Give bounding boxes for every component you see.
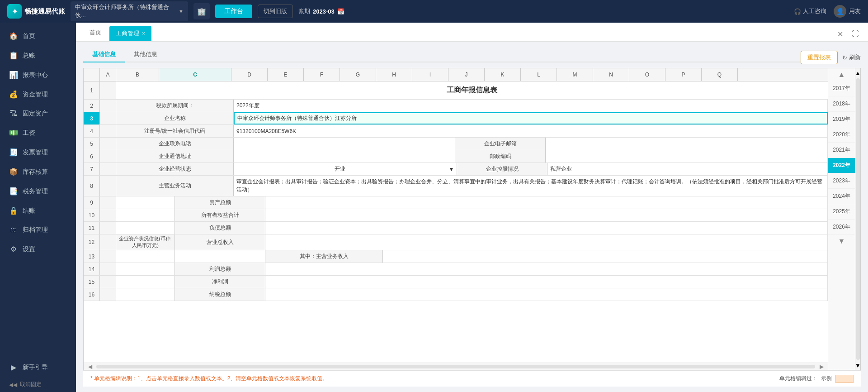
cell-4-a[interactable] bbox=[100, 125, 116, 137]
sidebar-item-close[interactable]: 🔒 结账 bbox=[0, 201, 76, 220]
cell-12-a[interactable] bbox=[100, 234, 116, 250]
cell-12-value[interactable] bbox=[265, 234, 828, 250]
cell-2-value[interactable]: 2022年度 bbox=[234, 100, 828, 112]
sidebar-item-newuser[interactable]: ▶ 新手引导 bbox=[0, 358, 76, 377]
user-menu[interactable]: 👤 用友 bbox=[834, 5, 861, 18]
cell-14-a[interactable] bbox=[100, 263, 116, 275]
sidebar-item-invoice[interactable]: 🧾 发票管理 bbox=[0, 143, 76, 162]
cell-16-a[interactable] bbox=[100, 288, 116, 301]
tab-active[interactable]: 工商管理 × bbox=[109, 26, 151, 41]
cell-11-value[interactable] bbox=[265, 222, 828, 234]
cell-8-a[interactable] bbox=[100, 176, 116, 196]
sub-tab-basic[interactable]: 基础信息 bbox=[83, 47, 125, 62]
year-down-btn[interactable]: ▼ bbox=[835, 235, 849, 248]
sidebar-item-ledger[interactable]: 📋 总账 bbox=[0, 46, 76, 65]
v-scroll-down-btn[interactable]: ▼ bbox=[856, 361, 860, 370]
cell-6-addr[interactable] bbox=[234, 150, 455, 163]
cell-1-title[interactable]: 工商年报信息表 bbox=[116, 81, 828, 99]
v-scrollbar[interactable]: ▲ ▼ bbox=[855, 68, 860, 370]
cell-7-status[interactable]: 开业 bbox=[234, 163, 446, 175]
sidebar-label-newuser: 新手引导 bbox=[23, 363, 48, 372]
workbench-button[interactable]: 工作台 bbox=[215, 5, 252, 18]
calendar-icon[interactable]: 📅 bbox=[337, 8, 344, 15]
cell-10-a[interactable] bbox=[100, 209, 116, 221]
v-scroll-track[interactable] bbox=[856, 78, 860, 360]
cell-3-value[interactable]: 中审众环会计师事务所（特殊普通合伙）江苏分所 bbox=[234, 112, 828, 124]
cell-2-a[interactable] bbox=[100, 100, 116, 112]
cell-4-value[interactable]: 91320100MA208E5W6K bbox=[234, 125, 828, 137]
cell-5-a[interactable] bbox=[100, 138, 116, 150]
cell-6-zip[interactable] bbox=[546, 150, 828, 163]
window-expand-icon[interactable]: ⛶ bbox=[850, 29, 861, 39]
cell-11-a[interactable] bbox=[100, 222, 116, 234]
sidebar-item-inventory[interactable]: 📦 库存核算 bbox=[0, 162, 76, 182]
cell-14-value[interactable] bbox=[265, 263, 828, 275]
service-button[interactable]: 🎧 人工咨询 bbox=[794, 7, 826, 15]
year-item-2019[interactable]: 2019年 bbox=[828, 112, 855, 127]
old-version-button[interactable]: 切到旧版 bbox=[258, 5, 293, 18]
cell-8-label: 主营业务活动 bbox=[116, 176, 234, 196]
cell-15-a[interactable] bbox=[100, 276, 116, 288]
sidebar-item-settings[interactable]: ⚙ 设置 bbox=[0, 239, 76, 259]
row-num: 3 bbox=[84, 112, 100, 124]
year-item-2020[interactable]: 2020年 bbox=[828, 127, 855, 143]
h-scroll-track[interactable] bbox=[96, 365, 815, 368]
sidebar-item-finance[interactable]: 💰 资金管理 bbox=[0, 85, 76, 104]
cell-16-value[interactable] bbox=[265, 288, 828, 301]
company-selector[interactable]: 中审众环会计师事务所（特殊普通合伙... ▼ bbox=[71, 1, 188, 21]
cell-5-phone[interactable] bbox=[234, 138, 455, 150]
cell-5-email[interactable] bbox=[546, 138, 828, 150]
year-up-btn[interactable]: ▲ bbox=[835, 68, 849, 81]
cell-13-a[interactable] bbox=[100, 250, 116, 263]
reset-report-button[interactable]: 重置报表 bbox=[801, 51, 838, 64]
sub-tab-other[interactable]: 其他信息 bbox=[125, 47, 166, 62]
report-icon: 📊 bbox=[9, 71, 18, 79]
cell-6-a[interactable] bbox=[100, 150, 116, 163]
cell-9-a[interactable] bbox=[100, 196, 116, 209]
cell-16-group bbox=[116, 288, 175, 301]
cell-13-value[interactable] bbox=[383, 250, 828, 263]
year-item-2025[interactable]: 2025年 bbox=[828, 204, 855, 220]
scroll-right-btn[interactable]: ▶ bbox=[817, 363, 826, 370]
table-row: 11 负债总额 bbox=[84, 222, 828, 234]
h-scrollbar[interactable]: ◀ ▶ bbox=[84, 363, 828, 370]
cell-15-value[interactable] bbox=[265, 276, 828, 288]
year-item-2026[interactable]: 2026年 bbox=[828, 220, 855, 235]
cell-7-control-value[interactable]: 私营企业 bbox=[547, 163, 828, 175]
cell-10-value[interactable] bbox=[265, 209, 828, 221]
sidebar-pin[interactable]: ◀◀ 取消固定 bbox=[0, 377, 76, 392]
spreadsheet-body[interactable]: 1 工商年报信息表 2 税款所属期间： 2022年度 bbox=[84, 81, 828, 363]
year-item-2022[interactable]: 2022年 bbox=[828, 158, 855, 173]
cell-8-value[interactable]: 审查企业会计报表；出具审计报告；验证企业资本；出具验资报告；办理企业合并、分立、… bbox=[234, 176, 828, 196]
cell-9-value[interactable] bbox=[265, 196, 828, 209]
corner-cell bbox=[84, 68, 100, 81]
cell-3-a[interactable] bbox=[100, 112, 116, 124]
sub-tabs-row: 基础信息 其他信息 重置报表 ↻ 刷新 bbox=[83, 47, 861, 68]
cell-1-a[interactable] bbox=[100, 81, 116, 99]
tab-close-icon[interactable]: × bbox=[142, 30, 145, 37]
scroll-left-btn[interactable]: ◀ bbox=[85, 363, 94, 370]
sidebar-item-home[interactable]: 🏠 首页 bbox=[0, 26, 76, 46]
inventory-icon: 📦 bbox=[9, 167, 18, 176]
tab-home[interactable]: 首页 bbox=[83, 25, 108, 41]
year-item-2017[interactable]: 2017年 bbox=[828, 81, 855, 96]
sidebar-item-salary[interactable]: 💵 工资 bbox=[0, 123, 76, 143]
cell-7-a[interactable] bbox=[100, 163, 116, 175]
sidebar-item-asset[interactable]: 🏗 固定资产 bbox=[0, 104, 76, 123]
sidebar-item-report[interactable]: 📊 报表中心 bbox=[0, 65, 76, 85]
year-item-2024[interactable]: 2024年 bbox=[828, 189, 855, 204]
v-scroll-up-btn[interactable]: ▲ bbox=[856, 68, 860, 77]
cell-15-group bbox=[116, 276, 175, 288]
year-item-2018[interactable]: 2018年 bbox=[828, 96, 855, 112]
sidebar-item-tax[interactable]: 📑 税务管理 bbox=[0, 182, 76, 201]
cell-7-dropdown[interactable]: ▼ bbox=[446, 163, 457, 175]
year-item-2021[interactable]: 2021年 bbox=[828, 143, 855, 158]
row-num: 6 bbox=[84, 150, 100, 163]
sidebar-item-archive[interactable]: 🗂 归档管理 bbox=[0, 220, 76, 239]
year-item-2023[interactable]: 2023年 bbox=[828, 173, 855, 189]
refresh-button[interactable]: ↻ 刷新 bbox=[842, 53, 861, 62]
table-row: 7 企业经营状态 开业 ▼ 企业控股情况 私营企业 bbox=[84, 163, 828, 176]
company-icon-btn[interactable]: 🏢 bbox=[193, 3, 210, 19]
window-close-icon[interactable]: ✕ bbox=[835, 29, 845, 39]
row-num: 13 bbox=[84, 250, 100, 263]
